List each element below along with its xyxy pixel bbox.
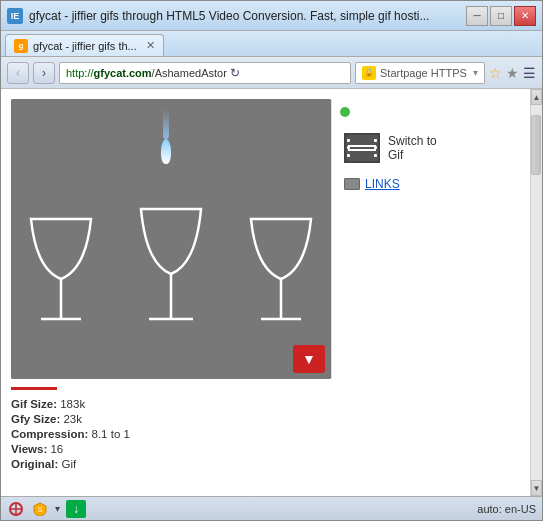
download-arrow-icon[interactable]: ↓ [66,500,86,518]
stats-area: Gif Size: 183k Gfy Size: 23k Compression… [11,387,520,470]
scroll-down-button[interactable]: ▼ [531,480,542,496]
film-hole [374,146,377,149]
content-area: ▼ [1,89,542,496]
window-title: gfycat - jiffier gifs through HTML5 Vide… [29,9,466,23]
views-row: Views: 16 [11,443,520,455]
close-button[interactable]: ✕ [514,6,536,26]
compression-value: 8.1 to 1 [92,428,130,440]
address-bar: ‹ › http:// gfycat.com /AshamedAstor ↻ 🔒… [1,57,542,89]
down-button[interactable]: ▼ [293,345,325,373]
shield-svg: S [32,502,48,516]
original-label: Original: [11,458,58,470]
maximize-button[interactable]: □ [490,6,512,26]
gfy-size-row: Gfy Size: 23k [11,413,520,425]
tab-favicon: g [14,39,28,53]
back-button[interactable]: ‹ [7,62,29,84]
status-shield-icon: S [31,500,49,518]
scroll-up-button[interactable]: ▲ [531,89,542,105]
scroll-track[interactable] [531,105,542,480]
status-bar: S ▾ ↓ auto: en-US [1,496,542,520]
gif-size-row: Gif Size: 183k [11,398,520,410]
film-hole [374,139,377,142]
status-network-icon [7,500,25,518]
search-input[interactable]: 🔒 Startpage HTTPS ▾ [355,62,485,84]
film-hole [347,139,350,142]
language-status: auto: en-US [477,503,536,515]
active-tab[interactable]: g gfycat - jiffier gifs th... ✕ [5,34,164,56]
page-content: ▼ [1,89,530,496]
svg-text:S: S [38,506,43,513]
switch-to-text: Switch to [388,134,437,148]
film-icon [344,133,380,163]
refresh-button[interactable]: ↻ [227,65,243,81]
switch-to-gif-button[interactable]: Switch to Gif [340,129,498,167]
minimize-button[interactable]: ─ [466,6,488,26]
links-button[interactable]: LINKS [340,175,498,193]
links-icon [344,178,360,190]
red-line-divider [11,387,57,390]
shield-dropdown-icon[interactable]: ▾ [55,503,60,514]
gfy-size-label: Gfy Size: [11,413,60,425]
forward-button[interactable]: › [33,62,55,84]
address-input[interactable]: http:// gfycat.com /AshamedAstor ↻ [59,62,351,84]
title-bar: IE gfycat - jiffier gifs through HTML5 V… [1,1,542,31]
original-row: Original: Gif [11,458,520,470]
glasses-svg [11,99,331,379]
film-line [348,145,376,147]
film-hole [374,154,377,157]
right-panel: Switch to Gif LINKS [331,99,506,379]
gif-container: ▼ [11,99,331,379]
tab-label: gfycat - jiffier gifs th... [33,40,137,52]
gif-size-value: 183k [60,398,85,410]
url-prefix: http:// [66,67,94,79]
window-controls: ─ □ ✕ [466,6,536,26]
film-line [348,149,376,151]
down-arrow-icon: ▼ [302,351,316,367]
compression-row: Compression: 8.1 to 1 [11,428,520,440]
green-dot-indicator [340,107,350,117]
search-label: Startpage HTTPS [380,67,467,79]
gfy-size-value: 23k [63,413,82,425]
url-domain: gfycat.com [94,67,152,79]
views-value: 16 [50,443,63,455]
favorites-star-icon[interactable]: ☆ [489,65,502,81]
switch-label: Switch to Gif [388,134,437,162]
browser-icon: IE [7,8,23,24]
main-layout: ▼ [11,99,520,379]
tab-bar: g gfycat - jiffier gifs th... ✕ [1,31,542,57]
menu-icon[interactable]: ☰ [523,65,536,81]
views-label: Views: [11,443,47,455]
gif-text: Gif [388,148,437,162]
browser-window: IE gfycat - jiffier gifs through HTML5 V… [0,0,543,521]
film-hole [347,154,350,157]
film-holes-right [373,135,378,161]
network-svg [8,502,24,516]
scrollbar[interactable]: ▲ ▼ [530,89,542,496]
links-label: LINKS [365,177,400,191]
tab-close-button[interactable]: ✕ [146,39,155,52]
original-value: Gif [61,458,76,470]
scroll-thumb[interactable] [531,115,541,175]
url-path: /AshamedAstor [152,67,227,79]
search-dropdown-icon[interactable]: ▾ [473,67,478,78]
add-tab-star-icon[interactable]: ★ [506,65,519,81]
film-holes-left [346,135,351,161]
gif-inner: ▼ [11,99,331,379]
lock-icon: 🔒 [362,66,376,80]
gif-size-label: Gif Size: [11,398,57,410]
compression-label: Compression: [11,428,88,440]
film-hole [347,146,350,149]
